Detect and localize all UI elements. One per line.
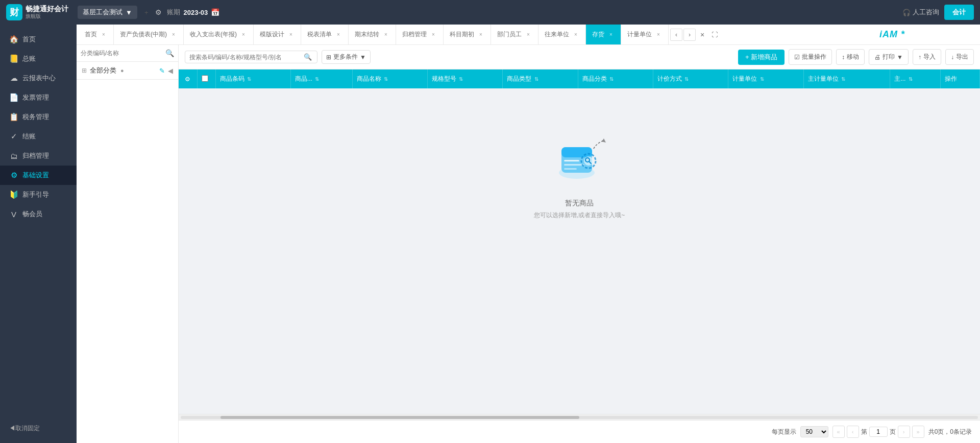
category-search-input[interactable] [81,50,163,57]
th-main-unit[interactable]: 主计量单位 ⇅ [803,69,890,88]
import-button[interactable]: ↑ 导入 [913,49,941,65]
tab-subject[interactable]: 科目期初 × [444,25,491,45]
tab-customer[interactable]: 往来单位 × [538,25,586,45]
ledger-icon: 📒 [9,54,18,63]
total-records: 共0页，0条记录 [928,428,972,436]
tab-label-income: 收入支出表(年报) [190,30,237,39]
tab-home[interactable]: 首页 × [79,25,114,45]
tab-taxlist[interactable]: 税表清单 × [301,25,349,45]
top-header: 财 畅捷通好会计 旗舰版 基层工会测试 ▼ + ⚙ 账期 2023-03 📅 🎧… [0,0,980,25]
sidebar-item-archive[interactable]: 🗂 归档管理 [0,146,77,166]
page-next-btn[interactable]: › [898,426,910,438]
svg-rect-4 [564,164,584,166]
tab-expand-btn[interactable]: ⛶ [708,29,721,41]
sidebar-item-settings[interactable]: ⚙ 基础设置 [0,166,77,185]
page-size-select[interactable]: 50 100 200 [800,426,828,437]
tab-close-dept[interactable]: × [525,31,532,38]
tab-unit[interactable]: 计量单位 × [621,25,669,45]
select-all-checkbox[interactable] [202,75,208,82]
move-button[interactable]: ↕ 移动 [836,49,865,65]
tab-inventory[interactable]: 存货 × [586,25,621,45]
pagination: 每页显示 50 100 200 « ‹ 第 页 › » [179,420,980,443]
tab-close-period[interactable]: × [382,31,389,38]
batch-operation-button[interactable]: ☑ 批量操作 [789,49,832,65]
content-area: 首页 × 资产负债表(中期) × 收入支出表(年报) × 模版设计 × 税表清单… [77,25,980,443]
sidebar-item-close[interactable]: ✓ 结账 [0,127,77,146]
tab-prev-btn[interactable]: ‹ [670,29,682,41]
th-type[interactable]: 商品类型 ⇅ [503,69,578,88]
print-button[interactable]: 🖨 打印 ▼ [869,49,909,65]
sidebar-item-invoice[interactable]: 📄 发票管理 [0,88,77,107]
product-search-icon[interactable]: 🔍 [304,53,312,61]
page-last-btn[interactable]: » [912,426,924,438]
category-search-icon[interactable]: 🔍 [165,49,174,57]
tab-close-inventory[interactable]: × [607,31,615,38]
th-barcode[interactable]: 商品条码 ⇅ [215,69,290,88]
tab-close-archive[interactable]: × [430,31,437,38]
th-gear[interactable]: ⚙ [179,69,197,88]
sidebar-item-tax[interactable]: 📋 税务管理 [0,107,77,127]
tab-close-taxlist[interactable]: × [335,31,342,38]
tab-dept[interactable]: 部门员工 × [491,25,538,45]
collapse-icon[interactable]: ◀ [168,67,173,75]
filter-button[interactable]: ⊞ 更多条件 ▼ [322,50,371,64]
sidebar-label-guide: 新手引导 [22,190,49,199]
tab-template[interactable]: 模版设计 × [254,25,301,45]
help-button[interactable]: 🎧 人工咨询 [902,8,939,17]
sidebar-item-member[interactable]: V 畅会员 [0,204,77,224]
tab-close-income[interactable]: × [240,31,247,38]
th-name[interactable]: 商品名称 ⇅ [352,69,427,88]
logo-area: 财 畅捷通好会计 旗舰版 [6,4,72,20]
edit-category-icon[interactable]: ✎ [159,67,165,75]
tab-period[interactable]: 期末结转 × [349,25,396,45]
batch-icon: ☑ [794,54,800,61]
empty-state: 暂无商品 您可以选择新增,或者直接导入哦~ [179,88,980,261]
page-prev-btn[interactable]: ‹ [847,426,859,438]
company-selector[interactable]: 基层工会测试 ▼ [78,6,137,19]
th-code[interactable]: 商品... ⇅ [290,69,352,88]
export-button[interactable]: ↓ 导出 [945,49,974,65]
tab-close-all-btn[interactable]: × [696,29,708,41]
tab-label-dept: 部门员工 [497,30,522,39]
th-checkbox[interactable] [197,69,215,88]
settings-sidebar-icon: ⚙ [9,171,18,180]
add-product-button[interactable]: + 新增商品 [738,50,785,65]
account-button[interactable]: 会计 [944,5,974,20]
tab-label-home: 首页 [85,30,97,39]
page-end-label: 页 [890,428,896,436]
iam-badge: iAM * [879,29,905,40]
page-number-input[interactable] [869,427,888,437]
tab-label-unit: 计量单位 [627,30,652,39]
sidebar-footer-unpin[interactable]: ◀取消固定 [0,419,77,438]
settings-icon[interactable]: ⚙ [155,8,162,16]
sidebar-item-guide[interactable]: 🔰 新手引导 [0,185,77,204]
th-price-method[interactable]: 计价方式 ⇅ [653,69,728,88]
page-first-btn[interactable]: « [832,426,845,438]
tab-close-template[interactable]: × [287,31,295,38]
invoice-icon: 📄 [9,93,18,102]
th-spec[interactable]: 规格型号 ⇅ [428,69,503,88]
tab-close-home[interactable]: × [100,31,107,38]
home-icon: 🏠 [9,35,18,44]
tab-next-btn[interactable]: › [683,29,696,41]
sidebar-item-home[interactable]: 🏠 首页 [0,30,77,49]
th-unit[interactable]: 计量单位 ⇅ [728,69,803,88]
sidebar: 🏠 首页 📒 总账 ☁ 云报表中心 📄 发票管理 📋 税务管理 ✓ 结账 🗂 归… [0,25,77,443]
sidebar-label-ledger: 总账 [22,54,36,63]
calendar-icon[interactable]: 📅 [211,8,219,16]
scroll-thumb[interactable] [220,416,579,419]
tab-balance[interactable]: 资产负债表(中期) × [114,25,184,45]
scroll-track[interactable] [181,416,978,419]
tab-close-subject[interactable]: × [477,31,484,38]
product-search-input[interactable] [189,54,302,61]
tab-income[interactable]: 收入支出表(年报) × [184,25,254,45]
tab-close-customer[interactable]: × [572,31,579,38]
import-icon: ↑ [918,54,921,61]
tab-archive[interactable]: 归档管理 × [396,25,444,45]
th-main2[interactable]: 主... ⇅ [890,69,940,88]
th-category[interactable]: 商品分类 ⇅ [578,69,653,88]
tab-close-unit[interactable]: × [655,31,662,38]
sidebar-item-cloud[interactable]: ☁ 云报表中心 [0,68,77,88]
sidebar-item-ledger[interactable]: 📒 总账 [0,49,77,68]
tab-close-balance[interactable]: × [170,31,177,38]
